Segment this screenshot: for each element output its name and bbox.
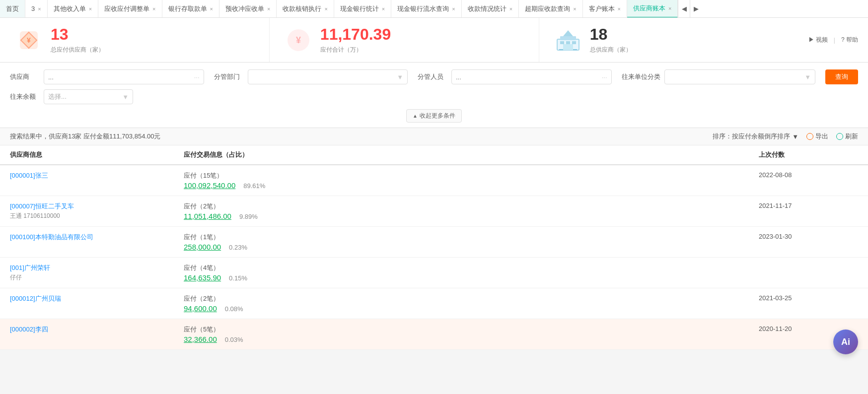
payable-pct: 0.23% [229,244,247,251]
payable-label: 应付（4笔） [184,263,759,272]
nav-arrow-right[interactable]: ▶ [690,0,702,18]
nav-tab-ap-adjust[interactable]: 应收应付调整单 × [98,0,162,18]
nav-tab-cash-bank-stat[interactable]: 现金银行统计 × [334,0,391,18]
supplier-link[interactable]: [000001]张三 [10,172,48,179]
dept-select[interactable]: ▼ [248,69,408,84]
total-suppliers-text: 18 总供应商（家） [590,26,632,54]
supplier-link[interactable]: [000100]本特勤油品有限公司 [10,233,93,241]
supplier-link[interactable]: [000002]李四 [10,326,48,333]
export-button[interactable]: 导出 [806,132,828,141]
nav-tab-overdue-query-close[interactable]: × [573,6,576,12]
nav-tab-advance-verify-label: 预收冲应收单 [225,4,264,13]
payable-row: 100,092,540.00 89.61% [184,181,759,190]
help-link[interactable]: ? 帮助 [841,36,858,44]
last-pay-date: 2023-01-30 [759,233,792,240]
sort-select[interactable]: 排序：按应付余额倒序排序 ▼ [713,132,798,141]
refresh-button[interactable]: 刷新 [836,132,858,141]
category-chevron-icon: ▼ [804,73,811,81]
category-select[interactable]: ▼ [664,69,816,84]
nav-tab-3-close[interactable]: × [38,6,41,12]
sort-chevron-icon: ▼ [792,133,798,140]
nav-tab-collection-exec-close[interactable]: × [324,6,327,12]
payable-pct: 9.89% [239,213,258,220]
table-row: [000100]本特勤油品有限公司 应付（1笔） 258,000.00 0.23… [0,227,868,258]
collapse-button[interactable]: ▲ 收起更多条件 [406,109,462,123]
payable-info: 应付（2笔） 11,051,486.00 9.89% [184,202,759,220]
payable-amount[interactable]: 32,366.00 [184,335,217,343]
payable-amount[interactable]: 94,600.00 [184,304,217,313]
supplier-input[interactable] [48,73,194,81]
nav-tab-advance-verify[interactable]: 预收冲应收单 × [219,0,277,18]
balance-select[interactable]: 选择... ▼ [44,89,133,104]
supplier-input-wrap[interactable]: ··· [44,69,204,84]
table-row: [000012]广州贝瑞 应付（2笔） 94,600.00 0.08% 2021… [0,288,868,319]
nav-tab-other-income-close[interactable]: × [89,6,92,12]
nav-tab-overdue-query[interactable]: 超期应收款查询 × [519,0,582,18]
stats-help-area: ▶ 视频 | ? 帮助 [808,18,868,62]
chevron-up-icon: ▲ [413,113,418,119]
svg-rect-10 [560,36,576,40]
payable-tx-cell: 应付（5笔） 32,366.00 0.03% [184,325,759,343]
payable-amount[interactable]: 258,000.00 [184,243,221,251]
nav-tab-customer-account-close[interactable]: × [618,6,621,12]
nav-tab-collection-stat-close[interactable]: × [509,6,512,12]
svg-rect-12 [559,49,563,50]
nav-tab-bank-deposit-close[interactable]: × [210,6,213,12]
svg-rect-13 [573,49,577,50]
payable-row: 11,051,486.00 9.89% [184,212,759,220]
svg-rect-7 [566,41,570,44]
stats-bar: ¥ 13 总应付供应商（家） ¥ 11,170.39 应付合计（万） [0,18,868,63]
sort-label: 排序：按应付余额倒序排序 [713,132,790,141]
last-pay-date: 2021-11-17 [759,202,792,209]
manager-input[interactable] [456,73,602,81]
manager-input-wrap[interactable]: ··· [451,69,612,84]
payable-suppliers-icon: ¥ [15,26,43,54]
nav-tab-customer-account[interactable]: 客户账本 × [583,0,627,18]
nav-tab-ap-adjust-close[interactable]: × [152,6,155,12]
nav-tab-bank-deposit[interactable]: 银行存取款单 × [162,0,219,18]
nav-tab-cash-bank-flow-close[interactable]: × [452,6,455,12]
payable-info: 应付（15笔） 100,092,540.00 89.61% [184,171,759,190]
nav-tab-ap-adjust-label: 应收应付调整单 [104,4,149,13]
payable-amount[interactable]: 164,635.90 [184,273,221,282]
filter-manager-label: 分管人员 [418,72,447,81]
query-button[interactable]: 查询 [825,69,858,84]
supplier-info-cell: [000007]恒旺二手叉车 王通 17106110000 [10,202,184,220]
last-pay-date: 2020-11-20 [759,325,792,332]
supplier-info-cell: [000002]李四 [10,325,184,334]
payable-label: 应付（15笔） [184,171,759,180]
nav-tab-supplier-account[interactable]: 供应商账本 × [627,0,678,18]
nav-tab-advance-verify-close[interactable]: × [267,6,270,12]
supplier-info-cell: [000100]本特勤油品有限公司 [10,233,184,242]
payable-tx-cell: 应付（4笔） 164,635.90 0.15% [184,263,759,282]
nav-tab-other-income[interactable]: 其他收入单 × [48,0,98,18]
header-supplier-info: 供应商信息 [10,150,184,159]
table-row: [000001]张三 应付（15笔） 100,092,540.00 89.61%… [0,165,868,196]
supplier-link[interactable]: [001]广州荣轩 [10,264,50,271]
svg-text:¥: ¥ [296,35,301,45]
nav-tab-cash-bank-flow[interactable]: 现金银行流水查询 × [391,0,461,18]
nav-tab-cash-bank-stat-close[interactable]: × [382,6,385,12]
nav-tab-3[interactable]: 3 × [25,0,48,18]
nav-tab-supplier-account-close[interactable]: × [668,5,671,11]
nav-tab-home[interactable]: 首页 [0,0,25,18]
payable-amount[interactable]: 11,051,486.00 [184,212,231,220]
filter-row-1: 供应商 ··· 分管部门 ▼ 分管人员 ··· 往来单位分类 ▼ [10,69,858,84]
result-bar: 搜索结果中，供应商13家 应付金额111,703,854.00元 排序：按应付余… [0,128,868,145]
supplier-link[interactable]: [000007]恒旺二手叉车 [10,202,74,210]
filter-row-2: 往来余额 选择... ▼ [10,89,858,104]
nav-tab-collection-stat[interactable]: 收款情况统计 × [462,0,519,18]
payable-amount[interactable]: 100,092,540.00 [184,181,235,190]
nav-tab-collection-exec[interactable]: 收款核销执行 × [277,0,334,18]
payable-row: 32,366.00 0.03% [184,335,759,343]
supplier-link[interactable]: [000012]广州贝瑞 [10,295,61,302]
result-bar-actions: 排序：按应付余额倒序排序 ▼ 导出 刷新 [713,132,858,141]
supplier-dots-icon: ··· [194,73,200,81]
supplier-sub: 仔仔 [10,273,184,282]
last-pay-date: 2021-03-25 [759,294,792,302]
nav-arrow-left[interactable]: ◀ [678,0,690,18]
payable-pct: 0.15% [229,274,247,282]
filter-category-label: 往来单位分类 [622,72,660,81]
nav-tab-supplier-account-label: 供应商账本 [633,4,665,13]
video-link[interactable]: ▶ 视频 [808,36,828,44]
